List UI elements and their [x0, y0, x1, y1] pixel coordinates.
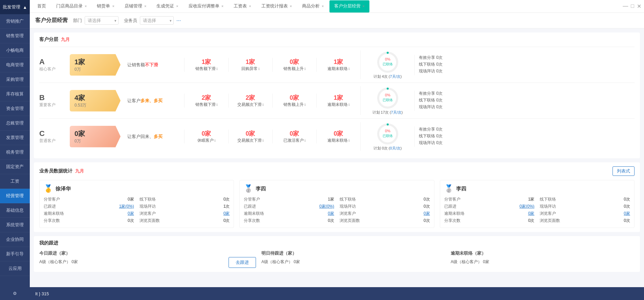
tier-stat-B-1[interactable]: 2家交易频次下滑 ℹ — [228, 94, 272, 108]
sidebar-item-云应用[interactable]: 云应用 — [0, 261, 30, 276]
tab-工资统计报表[interactable]: 工资统计报表× — [257, 0, 297, 13]
sidebar-settings[interactable]: ⚙ — [0, 287, 30, 300]
sidebar-item-经营管理[interactable]: 经营管理 — [0, 189, 30, 203]
tab-close-销货单[interactable]: × — [112, 4, 114, 8]
agent-stat-key-0-1: 线下联络 — [139, 197, 156, 202]
tab-店铺管理[interactable]: 店铺管理× — [120, 0, 151, 13]
info-icon-C-2[interactable]: ℹ — [304, 139, 306, 142]
tab-close-门店商品目录[interactable]: × — [85, 4, 87, 8]
tomorrow-a-row: A级（核心客户） 0家 — [261, 259, 445, 265]
tab-工资表[interactable]: 工资表× — [229, 0, 256, 13]
tier-circle-B: 0% 已联络 计划 17次 (7天/次) — [360, 86, 414, 115]
tab-close-店铺管理[interactable]: × — [144, 4, 146, 8]
tier-stat-B-0[interactable]: 2家销售额下滑 ℹ — [184, 94, 228, 108]
agent-stat-row-2-6: 分享次数0次 — [444, 218, 535, 224]
agent-stat-val-1-4[interactable]: 0家 — [328, 211, 334, 216]
list-view-button[interactable]: 列表式 — [613, 166, 635, 176]
tier-stat-A-1[interactable]: 1家回购异常 ℹ — [228, 58, 272, 72]
tier-stat-C-3[interactable]: 0家逾期未联络 ℹ — [316, 130, 360, 143]
tab-生成凭证[interactable]: 生成凭证× — [152, 0, 183, 13]
agent-name-row-2: 🥈李四 — [444, 184, 630, 193]
tier-stat-B-3[interactable]: 1家逾期未联络 ℹ — [316, 94, 360, 108]
tier-stat-A-2[interactable]: 0家销售额上升 ℹ — [272, 58, 316, 72]
sidebar-item-营销推广[interactable]: 营销推广 — [0, 14, 30, 29]
agent-card-1: 🥈李四分管客户1家线下联络0次已跟进0家(0%)现场拜访0次逾期未联络0家浏览客… — [239, 180, 434, 228]
sidebar-item-系统管理[interactable]: 系统管理 — [0, 218, 30, 232]
sidebar-item-总账管理[interactable]: 总账管理 — [0, 116, 30, 131]
agent-stat-val-2-5[interactable]: 0家 — [624, 211, 630, 216]
sidebar-item-销售管理[interactable]: 销售管理 — [0, 29, 30, 43]
agent-stat-val-0-5[interactable]: 0家 — [223, 211, 230, 216]
tab-close-all-icon[interactable]: ✕ — [637, 3, 641, 9]
tab-close-应收应付调整单[interactable]: × — [221, 4, 223, 8]
sidebar-item-固定资产[interactable]: 固定资产 — [0, 160, 30, 174]
tab-close-生成凭证[interactable]: × — [176, 4, 178, 8]
info-icon-B-1[interactable]: ℹ — [262, 103, 264, 107]
overdue-label: 逾期未联络（家） — [451, 250, 635, 256]
tier-stat-label-C-0: 休眠客户 ℹ — [187, 138, 226, 143]
agent-stat-key-2-0: 分管客户 — [444, 197, 460, 202]
tab-close-工资统计报表[interactable]: × — [290, 4, 292, 8]
sidebar-item-发票管理[interactable]: 发票管理 — [0, 131, 30, 145]
more-filters-icon[interactable]: ··· — [176, 18, 181, 24]
agent-icon-1: 🥈 — [244, 184, 253, 193]
tab-close-客户分层经营[interactable]: × — [363, 4, 365, 8]
agent-stat-row-1-1: 线下联络0次 — [340, 197, 430, 202]
tab-销货单[interactable]: 销货单× — [92, 0, 119, 13]
info-icon-B-2[interactable]: ℹ — [304, 103, 306, 107]
info-icon-B-0[interactable]: ℹ — [216, 103, 218, 107]
agent-stat-val-2-2[interactable]: 0家(0%) — [519, 204, 534, 209]
sidebar-item-资金管理[interactable]: 资金管理 — [0, 101, 30, 116]
tier-stat-A-3[interactable]: 1家逾期未联络 ℹ — [316, 58, 360, 72]
agent-stat-val-1-2[interactable]: 0家(0%) — [319, 204, 334, 209]
info-icon-A-0[interactable]: ℹ — [216, 67, 218, 71]
agent-stat-val-0-4[interactable]: 0家 — [128, 211, 134, 216]
agent-stat-val-0-2[interactable]: 1家(0%) — [119, 204, 134, 209]
go-follow-button[interactable]: 去跟进 — [229, 257, 256, 268]
agent-stat-key-2-2: 已跟进 — [444, 204, 456, 209]
tomorrow-follow-col: 明日待跟进（家） A级（核心客户） 0家 — [261, 250, 445, 265]
tier-stat-C-1[interactable]: 0家交易频次下滑 ℹ — [228, 130, 272, 143]
tab-首页[interactable]: 首页 — [33, 0, 51, 13]
sidebar-item-采购管理[interactable]: 采购管理 — [0, 72, 30, 87]
agent-stat-row-1-5: 浏览客户0家 — [340, 211, 430, 216]
tab-close-商品分析[interactable]: × — [322, 4, 324, 8]
tier-stat-C-0[interactable]: 0家休眠客户 ℹ — [184, 130, 228, 143]
info-icon-A-2[interactable]: ℹ — [304, 67, 306, 71]
tab-应收应付调整单[interactable]: 应收应付调整单× — [184, 0, 228, 13]
sidebar-item-工资[interactable]: 工资 — [0, 174, 30, 189]
info-icon-C-0[interactable]: ℹ — [214, 139, 216, 142]
tier-stat-B-2[interactable]: 0家销售额上升 ℹ — [272, 94, 316, 108]
tab-商品分析[interactable]: 商品分析× — [297, 0, 328, 13]
sidebar-item-库存核算[interactable]: 库存核算 — [0, 87, 30, 101]
tier-stat-C-2[interactable]: 0家已激活客户 ℹ — [272, 130, 316, 143]
info-icon-A-3[interactable]: ℹ — [348, 67, 350, 71]
tab-门店商品目录[interactable]: 门店商品目录× — [51, 0, 91, 13]
agent-stat-val-1-5[interactable]: 0家 — [424, 211, 430, 216]
tier-stat-A-0[interactable]: 1家销售额下滑 ℹ — [184, 58, 228, 72]
dept-select[interactable]: 请选择 — [85, 16, 119, 25]
circle-days-${tier.code}: 7天/次 — [390, 74, 401, 78]
agent-stat-val-2-4[interactable]: 0家 — [528, 211, 535, 216]
tab-minimize-icon[interactable]: — — [623, 3, 628, 9]
tier-stat-num-A-0: 1家 — [187, 58, 226, 66]
info-icon-C-1[interactable]: ℹ — [262, 139, 264, 142]
sidebar-item-基础信息[interactable]: 基础信息 — [0, 203, 30, 218]
sidebar-item-小畅电商[interactable]: 小畅电商 — [0, 43, 30, 58]
tab-客户分层经营[interactable]: 客户分层经营× — [329, 0, 369, 13]
sidebar-item-电商管理[interactable]: 电商管理 — [0, 58, 30, 72]
sidebar-item-新手引导[interactable]: 新手引导 — [0, 247, 30, 261]
info-icon-A-1[interactable]: ℹ — [258, 67, 260, 71]
sidebar-item-税务管理[interactable]: 税务管理 — [0, 145, 30, 160]
sidebar-item-企业协同[interactable]: 企业协同 — [0, 232, 30, 247]
info-icon-C-3[interactable]: ℹ — [348, 139, 350, 142]
agent-name-2: 李四 — [456, 186, 466, 192]
agent-select[interactable]: 请选择 — [140, 16, 174, 25]
tab-restore-icon[interactable]: □ — [631, 3, 634, 9]
info-icon-B-3[interactable]: ℹ — [348, 103, 350, 107]
tier-tip-highlight-C: 多买 — [154, 134, 163, 139]
sidebar-header[interactable]: 批发管理 ▲ — [0, 0, 30, 14]
tab-close-工资表[interactable]: × — [249, 4, 251, 8]
tier-stat-label-A-0: 销售额下滑 ℹ — [187, 66, 226, 72]
tier-stat-label-C-3: 逾期未联络 ℹ — [319, 138, 358, 143]
